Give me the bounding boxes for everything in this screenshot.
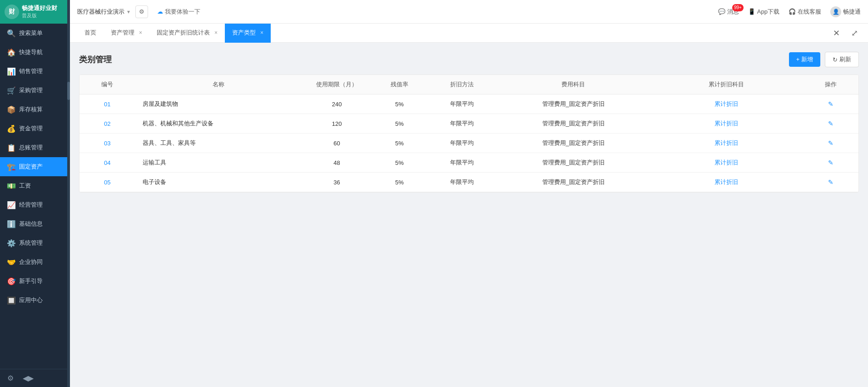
td-accum-4[interactable]: 累计折旧 [650, 173, 803, 192]
sidebar-icon-12: 🤝 [7, 258, 15, 266]
tab-asset-management-close[interactable]: × [139, 30, 142, 36]
sidebar-item-label-6: 总账管理 [19, 144, 43, 152]
table-row: 03 器具、工具、家具等 60 5% 年限平均 管理费用_固定资产折旧 累计折旧… [79, 134, 858, 153]
message-badge: 99+ [732, 4, 744, 11]
tab-depreciation-stats[interactable]: 固定资产折旧统计表 × [149, 24, 225, 43]
td-accum-1[interactable]: 累计折旧 [650, 114, 803, 134]
table-header-row: 编号 名称 使用期限（月） 残值率 折旧方法 费用科目 累计折旧科目 操作 [79, 75, 858, 94]
sidebar-item-label-14: 应用中心 [19, 296, 43, 304]
td-accum-0[interactable]: 累计折旧 [650, 94, 803, 114]
td-method-0: 年限平均 [427, 94, 497, 114]
sidebar-icon-3: 🛒 [7, 86, 15, 94]
customer-service-button[interactable]: 🎧 在线客服 [789, 8, 821, 16]
table-row: 01 房屋及建筑物 240 5% 年限平均 管理费用_固定资产折旧 累计折旧 ✎ [79, 94, 858, 114]
tab-asset-type[interactable]: 资产类型 × [225, 24, 271, 43]
td-action-1[interactable]: ✎ [803, 114, 859, 134]
td-expense-3: 管理费用_固定资产折旧 [497, 153, 650, 173]
td-period-1: 120 [302, 114, 372, 134]
sidebar-icon-2: 📊 [7, 67, 15, 75]
sidebar-item-label-9: 经营管理 [19, 201, 43, 209]
sidebar-item-0[interactable]: 🔍 搜索菜单 [0, 24, 67, 43]
sidebar-item-3[interactable]: 🛒 采购管理 [0, 81, 67, 100]
settings-icon[interactable]: ⚙ [7, 374, 14, 382]
sidebar-icon-13: 🎯 [7, 277, 15, 285]
collapse-icon[interactable]: ◀▶ [23, 374, 34, 382]
sidebar-icon-0: 🔍 [7, 29, 15, 37]
td-residual-3: 5% [372, 153, 427, 173]
sidebar-item-8[interactable]: 💵 工资 [0, 176, 67, 195]
td-action-3[interactable]: ✎ [803, 153, 859, 173]
td-period-4: 36 [302, 173, 372, 192]
logo-icon: 财 [5, 5, 19, 19]
sidebar-item-5[interactable]: 💰 资金管理 [0, 119, 67, 138]
td-action-2[interactable]: ✎ [803, 134, 859, 153]
experience-button[interactable]: ☁ 我要体验一下 [157, 8, 200, 16]
td-residual-2: 5% [372, 134, 427, 153]
sidebar-item-label-0: 搜索菜单 [19, 29, 43, 37]
tab-home[interactable]: 首页 [77, 24, 104, 43]
user-icon: 👤 [830, 6, 841, 17]
page-title: 类别管理 [79, 54, 112, 65]
td-accum-3[interactable]: 累计折旧 [650, 153, 803, 173]
sidebar-item-4[interactable]: 📦 库存核算 [0, 100, 67, 119]
sidebar-item-label-5: 资金管理 [19, 124, 43, 133]
sidebar-item-12[interactable]: 🤝 企业协同 [0, 253, 67, 272]
sidebar-icon-11: ⚙️ [7, 239, 15, 247]
td-name-4: 电子设备 [135, 173, 303, 192]
sidebar-item-10[interactable]: ℹ️ 基础信息 [0, 214, 67, 233]
sidebar-icon-5: 💰 [7, 124, 15, 133]
td-residual-1: 5% [372, 114, 427, 134]
td-code-3[interactable]: 04 [79, 153, 135, 173]
td-residual-4: 5% [372, 173, 427, 192]
tab-close-all-button[interactable]: ✕ [830, 27, 843, 40]
main-area: 医疗器械行业演示 ▾ ⚙ ☁ 我要体验一下 💬 消息 99+ 📱 App下载 🎧… [70, 0, 868, 387]
sidebar-item-7[interactable]: 🏗️ 固定资产 [0, 157, 67, 176]
topbar: 医疗器械行业演示 ▾ ⚙ ☁ 我要体验一下 💬 消息 99+ 📱 App下载 🎧… [70, 0, 868, 24]
sidebar-item-label-12: 企业协同 [19, 258, 43, 266]
td-expense-2: 管理费用_固定资产折旧 [497, 134, 650, 153]
app-download-button[interactable]: 📱 App下载 [748, 8, 779, 16]
app-icon: 📱 [748, 8, 755, 15]
tab-depreciation-close[interactable]: × [214, 30, 218, 36]
td-accum-2[interactable]: 累计折旧 [650, 134, 803, 153]
sidebar-item-6[interactable]: 📋 总账管理 [0, 138, 67, 157]
service-icon: 🎧 [789, 8, 796, 15]
sidebar-item-14[interactable]: 🔲 应用中心 [0, 291, 67, 310]
user-button[interactable]: 👤 畅捷通 [830, 6, 861, 17]
refresh-button[interactable]: ↻ 刷新 [825, 52, 859, 67]
sidebar-item-11[interactable]: ⚙️ 系统管理 [0, 233, 67, 253]
td-name-0: 房屋及建筑物 [135, 94, 303, 114]
td-action-4[interactable]: ✎ [803, 173, 859, 192]
logo-info: 畅捷通好业财 普及版 [22, 5, 57, 19]
td-name-3: 运输工具 [135, 153, 303, 173]
td-action-0[interactable]: ✎ [803, 94, 859, 114]
sidebar-item-9[interactable]: 📈 经营管理 [0, 195, 67, 214]
tab-expand-button[interactable]: ⤢ [848, 27, 861, 40]
td-code-0[interactable]: 01 [79, 94, 135, 114]
industry-selector[interactable]: 医疗器械行业演示 ▾ [77, 8, 130, 16]
chevron-down-icon: ▾ [127, 9, 130, 15]
new-button[interactable]: + 新增 [789, 52, 820, 67]
td-code-2[interactable]: 03 [79, 134, 135, 153]
sidebar-item-2[interactable]: 📊 销售管理 [0, 62, 67, 81]
th-residual: 残值率 [372, 75, 427, 94]
sidebar-icon-6: 📋 [7, 144, 15, 152]
settings-button[interactable]: ⚙ [135, 5, 148, 18]
asset-type-table: 编号 名称 使用期限（月） 残值率 折旧方法 费用科目 累计折旧科目 操作 01… [79, 75, 858, 192]
td-code-4[interactable]: 05 [79, 173, 135, 192]
sidebar-icon-10: ℹ️ [7, 220, 15, 228]
tab-asset-type-close[interactable]: × [260, 30, 263, 36]
sidebar-item-1[interactable]: 🏠 快捷导航 [0, 43, 67, 62]
tab-asset-management[interactable]: 资产管理 × [104, 24, 149, 43]
app-download-label: App下载 [757, 8, 779, 16]
sidebar-item-label-8: 工资 [19, 182, 31, 190]
sidebar-scrollbar-track[interactable] [67, 0, 70, 387]
td-expense-4: 管理费用_固定资产折旧 [497, 173, 650, 192]
td-period-3: 48 [302, 153, 372, 173]
sidebar-scrollbar-thumb[interactable] [67, 82, 70, 100]
messages-button[interactable]: 💬 消息 99+ [718, 8, 739, 16]
sidebar-item-13[interactable]: 🎯 新手引导 [0, 272, 67, 291]
th-name: 名称 [135, 75, 303, 94]
td-period-2: 60 [302, 134, 372, 153]
td-code-1[interactable]: 02 [79, 114, 135, 134]
